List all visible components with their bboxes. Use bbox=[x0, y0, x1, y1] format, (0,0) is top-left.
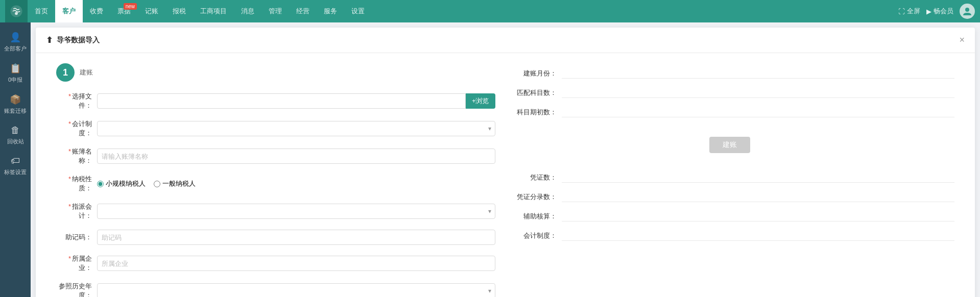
nav-item-operation[interactable]: 经营 bbox=[289, 0, 317, 22]
nav-items: 首页 客户 收费 票据 new 记账 报税 工商项目 消息 管理 经营 服务 设… bbox=[28, 0, 898, 22]
company-label: 所属企业： bbox=[56, 254, 97, 273]
accountant-select[interactable] bbox=[97, 204, 495, 219]
sidebar-item-all-customers-label: 全部客户 bbox=[4, 45, 27, 53]
sidebar-item-declare-label: 0申报 bbox=[8, 76, 22, 84]
app-logo[interactable] bbox=[5, 0, 28, 22]
tax-type-small[interactable]: 小规模纳税人 bbox=[97, 179, 146, 188]
voucher-entries-value bbox=[562, 192, 955, 202]
voucher-count-value bbox=[562, 172, 955, 183]
sidebar-item-tag-settings-label: 标签设置 bbox=[4, 168, 27, 176]
nav-item-settings[interactable]: 设置 bbox=[344, 0, 372, 22]
all-customers-icon: 👤 bbox=[10, 32, 21, 43]
dialog-close-button[interactable]: × bbox=[959, 35, 965, 45]
browse-button[interactable]: +浏览 bbox=[466, 93, 495, 109]
info-account-system-value bbox=[562, 231, 955, 241]
import-dialog: ⬆ 导爷数据导入 × 1 建账 选择文件： bbox=[36, 28, 975, 297]
sidebar-item-declare[interactable]: 📋 0申报 bbox=[0, 58, 31, 89]
main-content: ⬆ 导爷数据导入 × 1 建账 选择文件： bbox=[31, 22, 980, 297]
nav-item-customer[interactable]: 客户 bbox=[55, 0, 83, 22]
voucher-count-label: 凭证数： bbox=[516, 173, 562, 182]
dialog-title: ⬆ 导爷数据导入 bbox=[46, 35, 100, 45]
ref-year-select[interactable] bbox=[97, 283, 495, 297]
ref-year-label: 参照历史年度： bbox=[56, 282, 97, 297]
match-subjects-value bbox=[562, 88, 955, 98]
sidebar-item-trash-label: 回收站 bbox=[7, 138, 24, 145]
info-account-system-group: 会计制度： bbox=[516, 231, 955, 241]
nav-item-message[interactable]: 消息 bbox=[234, 0, 261, 22]
ledger-name-input[interactable] bbox=[97, 148, 495, 164]
build-month-label: 建账月份： bbox=[516, 69, 562, 78]
nav-item-bizproject[interactable]: 工商项目 bbox=[193, 0, 234, 22]
nav-item-tax[interactable]: 报税 bbox=[165, 0, 193, 22]
nav-item-home[interactable]: 首页 bbox=[28, 0, 55, 22]
nav-item-manage[interactable]: 管理 bbox=[261, 0, 289, 22]
step-badge: 1 建账 bbox=[56, 63, 495, 82]
dialog-body: 1 建账 选择文件： +浏览 会计制度： bbox=[36, 53, 975, 297]
aux-label: 辅助核算： bbox=[516, 212, 562, 221]
user-avatar[interactable] bbox=[960, 4, 975, 19]
step-number: 1 bbox=[56, 63, 75, 82]
accountant-select-wrap bbox=[97, 204, 495, 219]
vip-icon: ▶ bbox=[926, 8, 931, 15]
company-input[interactable] bbox=[97, 256, 495, 271]
tax-type-general[interactable]: 一般纳税人 bbox=[154, 179, 196, 188]
period-init-group: 科目期初数： bbox=[516, 107, 955, 117]
sidebar-item-all-customers[interactable]: 👤 全部客户 bbox=[0, 27, 31, 58]
svg-point-2 bbox=[965, 8, 969, 12]
ref-year-group: 参照历史年度： bbox=[56, 282, 495, 297]
accountant-group: 指派会计： bbox=[56, 202, 495, 220]
memo-label: 助记码： bbox=[56, 233, 97, 242]
tax-small-radio[interactable] bbox=[97, 181, 104, 187]
info-account-system-label: 会计制度： bbox=[516, 231, 562, 240]
nav-item-service[interactable]: 服务 bbox=[317, 0, 344, 22]
tax-small-label: 小规模纳税人 bbox=[106, 179, 146, 188]
aux-group: 辅助核算： bbox=[516, 211, 955, 221]
tax-type-radio-group: 小规模纳税人 一般纳税人 bbox=[97, 179, 495, 188]
build-month-value bbox=[562, 68, 955, 79]
vip-label: 畅会员 bbox=[934, 7, 953, 16]
file-select-group: 选择文件： +浏览 bbox=[56, 92, 495, 110]
layout: 👤 全部客户 📋 0申报 📦 账套迁移 🗑 回收站 🏷 标签设置 ⬆ 导爷数 bbox=[0, 22, 980, 297]
aux-value bbox=[562, 211, 955, 221]
ledger-name-group: 账簿名称： bbox=[56, 147, 495, 165]
upload-icon: ⬆ bbox=[46, 35, 53, 45]
tax-type-label: 纳税性质： bbox=[56, 175, 97, 193]
sidebar-item-trash[interactable]: 🗑 回收站 bbox=[0, 120, 31, 151]
nav-item-ledger[interactable]: 记账 bbox=[138, 0, 165, 22]
sidebar-item-account-migrate-label: 账套迁移 bbox=[4, 107, 27, 115]
tag-settings-icon: 🏷 bbox=[11, 156, 20, 166]
nav-item-invoice[interactable]: 票据 new bbox=[110, 0, 138, 22]
file-label: 选择文件： bbox=[56, 92, 97, 110]
memo-input[interactable] bbox=[97, 230, 495, 245]
voucher-count-group: 凭证数： bbox=[516, 172, 955, 183]
step-label: 建账 bbox=[80, 68, 93, 77]
sidebar-item-tag-settings[interactable]: 🏷 标签设置 bbox=[0, 151, 31, 181]
file-input[interactable] bbox=[97, 93, 466, 109]
accountant-label: 指派会计： bbox=[56, 202, 97, 220]
voucher-entries-group: 凭证分录数： bbox=[516, 192, 955, 202]
nav-item-billing[interactable]: 收费 bbox=[83, 0, 110, 22]
sidebar-item-account-migrate[interactable]: 📦 账套迁移 bbox=[0, 89, 31, 120]
sidebar: 👤 全部客户 📋 0申报 📦 账套迁移 🗑 回收站 🏷 标签设置 bbox=[0, 22, 31, 297]
vip-button[interactable]: ▶ 畅会员 bbox=[926, 7, 953, 16]
new-badge: new bbox=[124, 3, 137, 10]
build-month-group: 建账月份： bbox=[516, 68, 955, 79]
match-subjects-group: 匹配科目数： bbox=[516, 88, 955, 98]
tax-general-radio[interactable] bbox=[154, 181, 160, 187]
account-system-select-wrap: 小企业会计准则 企业会计准则 个体工商户 bbox=[97, 121, 495, 136]
info-section: 建账月份： 匹配科目数： 科目期初数： 建账 bbox=[516, 63, 955, 297]
build-account-button[interactable]: 建账 bbox=[709, 137, 750, 153]
account-system-label: 会计制度： bbox=[56, 119, 97, 138]
account-system-select[interactable]: 小企业会计准则 企业会计准则 个体工商户 bbox=[97, 121, 495, 136]
dialog-header: ⬆ 导爷数据导入 × bbox=[36, 28, 975, 53]
tax-general-label: 一般纳税人 bbox=[162, 179, 196, 188]
nav-right: ⛶ 全屏 ▶ 畅会员 bbox=[898, 4, 975, 19]
voucher-entries-label: 凭证分录数： bbox=[516, 192, 562, 202]
fullscreen-icon: ⛶ bbox=[898, 8, 905, 15]
account-migrate-icon: 📦 bbox=[10, 94, 21, 105]
fullscreen-button[interactable]: ⛶ 全屏 bbox=[898, 7, 920, 16]
form-section: 1 建账 选择文件： +浏览 会计制度： bbox=[56, 63, 495, 297]
period-init-value bbox=[562, 107, 955, 117]
file-input-wrap: +浏览 bbox=[97, 93, 495, 109]
match-subjects-label: 匹配科目数： bbox=[516, 88, 562, 97]
